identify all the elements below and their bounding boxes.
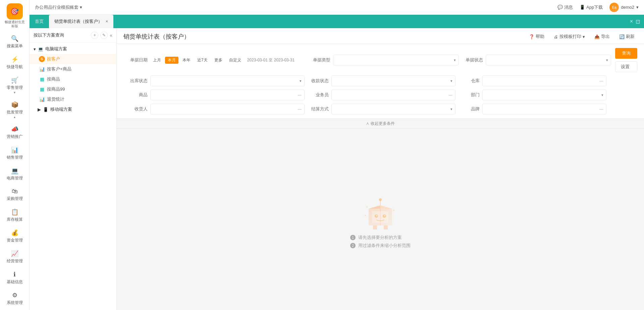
wholesale-icon: 📦: [11, 101, 18, 108]
sidebar-item-wholesale[interactable]: 📦 批发管理 ▴: [0, 98, 29, 122]
edit-scheme-btn[interactable]: ✎: [100, 32, 108, 39]
user-menu[interactable]: Ea demo2 ▾: [609, 3, 639, 12]
warehouse-ellipsis[interactable]: ···: [599, 78, 603, 84]
industry-dropdown[interactable]: 办公用品行业模拟账套 ▾: [35, 4, 82, 10]
mobile-scheme-header[interactable]: ▶ 📱 移动端方案: [30, 104, 116, 114]
marketing-icon: 📣: [11, 125, 18, 133]
svg-marker-2: [380, 205, 392, 209]
salesperson-select[interactable]: ···: [331, 90, 455, 100]
date-tab-this-month[interactable]: 本月: [165, 57, 178, 64]
status-select[interactable]: ▾: [486, 55, 611, 65]
print-btn[interactable]: 🖨 按模板打印 ▾: [551, 32, 588, 41]
message-btn[interactable]: 💬 消息: [557, 4, 573, 10]
settlement-label: 结算方式: [305, 106, 331, 112]
date-tab-last-7[interactable]: 近7天: [195, 57, 210, 64]
settlement-select[interactable]: ▾: [331, 104, 455, 114]
date-range-display: 2023-03-01 至 2023-03-31: [247, 57, 294, 63]
scheme-by-customer[interactable]: 客 按客户: [30, 54, 116, 64]
pc-scheme-header[interactable]: ▾ 💻 电脑端方案: [30, 44, 116, 54]
page-title: 销货单统计表（按客户）: [123, 33, 190, 41]
svg-marker-1: [369, 205, 380, 209]
receiver-select[interactable]: ···: [150, 104, 305, 114]
by-goods-99-label: 按商品99: [47, 86, 65, 92]
close-window-icon[interactable]: ×: [630, 18, 633, 25]
help-btn[interactable]: ❓ 帮助: [526, 32, 547, 41]
sidebar-item-ecommerce[interactable]: 💻 电商管理: [0, 164, 29, 185]
sidebar-item-retail[interactable]: 🛒 零售管理 ▾: [0, 73, 29, 98]
out-status-select[interactable]: ▾: [150, 75, 305, 86]
type-select[interactable]: ▾: [333, 55, 459, 65]
scheme-by-goods-99[interactable]: ▦ 按商品99: [30, 84, 116, 94]
tab-sales-stats[interactable]: 销货单统计表（按客户） ×: [49, 15, 113, 28]
maximize-window-icon[interactable]: ⊡: [636, 18, 640, 25]
date-tab-last-month[interactable]: 上月: [150, 57, 164, 64]
receiver-ellipsis[interactable]: ···: [298, 106, 302, 112]
brand-ellipsis[interactable]: ···: [599, 106, 603, 112]
search-icon: 🔍: [11, 35, 18, 42]
warehouse-select[interactable]: ···: [482, 75, 606, 86]
pc-group-icon: 💻: [38, 47, 43, 52]
refresh-btn[interactable]: 🔄 刷新: [616, 32, 637, 41]
sidebar-item-sales[interactable]: 📊 销售管理: [0, 143, 29, 164]
retail-icon: 🛒: [11, 76, 18, 84]
by-customer-goods-label: 按客户+商品: [47, 66, 71, 72]
sidebar-item-marketing[interactable]: 📣 营销推广: [0, 122, 29, 143]
edit-icon: ✎: [102, 33, 106, 38]
sidebar-item-operations[interactable]: 📈 经营管理: [0, 247, 29, 267]
sidebar-item-finance[interactable]: 💰 资金管理: [0, 226, 29, 247]
tab-home[interactable]: 首页: [30, 15, 49, 28]
sidebar-item-inventory[interactable]: 📋 库存核算: [0, 205, 29, 226]
date-tab-this-year[interactable]: 本年: [180, 57, 193, 64]
logo-icon: 🎯: [7, 3, 23, 19]
sidebar-item-basic-info[interactable]: ℹ 基础信息: [0, 267, 29, 288]
plus-icon: +: [94, 33, 96, 38]
svg-point-13: [366, 206, 368, 208]
filter-row-4: 收货人 ··· 结算方式 ▾ 品牌: [123, 104, 637, 114]
pc-group-arrow: ▾: [34, 47, 36, 52]
settlement-arrow: ▾: [450, 107, 452, 111]
svg-point-8: [384, 215, 385, 216]
type-select-arrow: ▾: [454, 58, 456, 62]
top-bar: 办公用品行业模拟账套 ▾ 💬 消息 📱 App下载 Ea demo2 ▾: [30, 0, 644, 15]
sidebar-item-system[interactable]: ⚙ 系统管理: [0, 288, 29, 309]
app-download-btn[interactable]: 📱 App下载: [580, 4, 603, 10]
goods-group: 商品 ···: [123, 90, 305, 100]
scheme-return-stats[interactable]: 📊 退货统计: [30, 94, 116, 104]
goods-ellipsis[interactable]: ···: [298, 92, 302, 98]
tab-close-btn[interactable]: ×: [106, 19, 108, 24]
collapse-more-conditions-btn[interactable]: ∧ 收起更多条件: [117, 119, 644, 129]
sidebar-item-quick-nav[interactable]: ⚡ 快捷导航: [0, 52, 29, 73]
receipt-status-select[interactable]: ▾: [331, 75, 455, 86]
collapse-panel-btn[interactable]: «: [110, 33, 112, 38]
receiver-group: 收货人 ···: [123, 104, 305, 114]
message-label: 消息: [564, 4, 573, 10]
settings-button[interactable]: 设置: [615, 61, 637, 72]
type-label: 单据类型: [306, 57, 333, 63]
brand-group: 品牌 ···: [455, 104, 606, 114]
svg-rect-11: [373, 225, 377, 229]
sidebar-item-search[interactable]: 🔍 搜索菜单: [0, 32, 29, 52]
date-tab-more[interactable]: 更多: [212, 57, 225, 64]
return-stats-icon: 📊: [39, 96, 45, 102]
salesperson-group: 业务员 ···: [305, 90, 455, 100]
add-scheme-btn[interactable]: +: [91, 32, 98, 39]
sidebar: 🎯 畅捷通好生意 标版 🔍 搜索菜单 ⚡ 快捷导航 🛒 零售管理 ▾ 📦 批发管…: [0, 0, 30, 310]
export-btn[interactable]: 📤 导出: [592, 32, 612, 41]
finance-icon: 💰: [11, 229, 18, 237]
tip-2-num: 2: [350, 243, 356, 248]
department-select[interactable]: ▾: [482, 90, 606, 100]
scheme-by-goods[interactable]: ▦ 按商品: [30, 74, 116, 84]
scheme-by-customer-goods[interactable]: 📊 按客户+商品: [30, 64, 116, 74]
return-stats-label: 退货统计: [47, 96, 64, 102]
date-tab-custom[interactable]: 自定义: [226, 57, 244, 64]
filter-area: 单据日期 上月 本月 本年 近7天 更多 自定义 2023-03-01 至 20…: [117, 44, 644, 119]
goods-select[interactable]: ···: [150, 90, 305, 100]
salesperson-ellipsis[interactable]: ···: [448, 92, 452, 98]
department-label: 部门: [455, 92, 482, 98]
retail-arrow: ▾: [14, 91, 15, 94]
inventory-icon: 📋: [11, 208, 18, 216]
search-button[interactable]: 查询: [615, 48, 637, 59]
sidebar-item-purchase[interactable]: 🛍 采购管理: [0, 185, 29, 205]
date-filter-group: 单据日期 上月 本月 本年 近7天 更多 自定义 2023-03-01 至 20…: [123, 57, 306, 64]
brand-select[interactable]: ···: [482, 104, 606, 114]
